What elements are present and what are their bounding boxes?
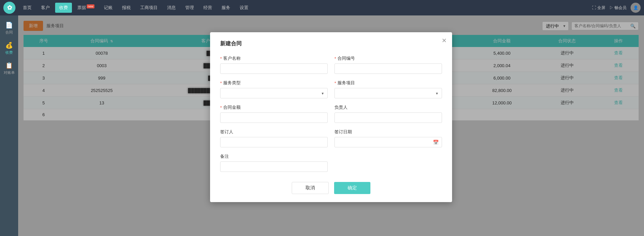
input-notes[interactable] xyxy=(220,161,328,172)
sidebar-item-reconcile[interactable]: 📋 对账单 xyxy=(0,59,18,78)
label-service-item: *服务项目 xyxy=(334,80,442,86)
field-contract-no: *合同编号 xyxy=(334,55,442,74)
top-navigation: ✿ 首页 客户 收费 票据new 记账 报税 工商项目 消息 管理 经营 服务 … xyxy=(0,0,644,15)
select-service-type[interactable] xyxy=(220,88,328,98)
label-contract-amount: *合同金额 xyxy=(220,104,328,110)
input-owner[interactable] xyxy=(334,112,442,123)
form-row-5: 备注 xyxy=(220,153,442,172)
label-signer: 签订人 xyxy=(220,129,328,135)
dialog-close-button[interactable]: ✕ xyxy=(442,37,447,44)
field-service-type: *服务类型 xyxy=(220,80,328,98)
field-notes: 备注 xyxy=(220,153,328,172)
sidebar-item-charge[interactable]: 💰 收费 xyxy=(0,39,18,58)
user-avatar[interactable]: 👤 xyxy=(631,3,641,13)
sidebar-item-contract[interactable]: 📄 合同 xyxy=(0,19,18,38)
label-customer-name: *客户名称 xyxy=(220,55,328,61)
nav-tax[interactable]: 报税 xyxy=(118,3,135,13)
reconcile-icon: 📋 xyxy=(5,62,13,69)
dialog-overlay: 新建合同 ✕ *客户名称 *合同编号 xyxy=(18,15,644,236)
label-notes: 备注 xyxy=(220,153,328,159)
confirm-button[interactable]: 确定 xyxy=(334,182,370,194)
contract-icon: 📄 xyxy=(5,21,13,29)
cancel-button[interactable]: 取消 xyxy=(292,182,329,194)
charge-icon: 💰 xyxy=(5,42,13,49)
nav-manage[interactable]: 管理 xyxy=(181,3,198,13)
main-layout: 📄 合同 💰 收费 📋 对账单 新增 服务项目 进行中 全部 已完成 xyxy=(0,15,644,236)
service-item-select-wrapper xyxy=(334,88,442,98)
input-signer[interactable] xyxy=(220,137,328,147)
field-sign-date: 签订日期 2023-06-06 📅 xyxy=(334,129,442,147)
nav-bookkeeping[interactable]: 记账 xyxy=(100,3,117,13)
select-service-item[interactable] xyxy=(334,88,442,98)
calendar-icon[interactable]: 📅 xyxy=(433,140,439,145)
nav-settings[interactable]: 设置 xyxy=(236,3,252,13)
member-button[interactable]: ▷ 畅会员 xyxy=(609,5,627,11)
dialog-title: 新建合同 xyxy=(220,40,442,47)
service-type-select-wrapper xyxy=(220,88,328,98)
label-owner: 负责人 xyxy=(334,104,442,110)
label-contract-no: *合同编号 xyxy=(334,55,442,61)
form-row-3: *合同金额 0.00 负责人 xyxy=(220,104,442,123)
nav-home[interactable]: 首页 xyxy=(19,3,36,13)
label-service-type: *服务类型 xyxy=(220,80,328,86)
form-row-2: *服务类型 *服务项目 xyxy=(220,80,442,98)
field-contract-amount: *合同金额 0.00 xyxy=(220,104,328,123)
form-row-4: 签订人 签订日期 2023-06-06 📅 xyxy=(220,129,442,147)
nav-business[interactable]: 工商项目 xyxy=(136,3,162,13)
dialog-footer: 取消 确定 xyxy=(220,182,442,194)
field-signer: 签订人 xyxy=(220,129,328,147)
nav-service[interactable]: 服务 xyxy=(217,3,234,13)
nav-customer[interactable]: 客户 xyxy=(37,3,54,13)
left-sidebar: 📄 合同 💰 收费 📋 对账单 xyxy=(0,15,18,236)
main-content: 新增 服务项目 进行中 全部 已完成 已终止 🔍 xyxy=(18,15,644,236)
nav-charge[interactable]: 收费 xyxy=(55,3,72,13)
nav-ticket[interactable]: 票据new xyxy=(73,3,98,13)
sidebar-label-reconcile: 对账单 xyxy=(4,70,15,75)
sidebar-label-contract: 合同 xyxy=(5,30,13,35)
sign-date-wrapper: 2023-06-06 📅 xyxy=(334,137,442,147)
input-customer-name[interactable] xyxy=(220,63,328,74)
label-sign-date: 签订日期 xyxy=(334,129,442,135)
top-nav-right: ⛶ 全屏 ▷ 畅会员 👤 xyxy=(592,3,641,13)
field-customer-name: *客户名称 xyxy=(220,55,328,74)
input-sign-date[interactable]: 2023-06-06 xyxy=(334,137,442,147)
nav-menu: 首页 客户 收费 票据new 记账 报税 工商项目 消息 管理 经营 服务 设置 xyxy=(19,3,592,13)
fullscreen-button[interactable]: ⛶ 全屏 xyxy=(592,5,605,11)
sidebar-label-charge: 收费 xyxy=(5,50,13,55)
app-logo: ✿ xyxy=(3,2,15,14)
nav-message[interactable]: 消息 xyxy=(163,3,180,13)
field-service-item: *服务项目 xyxy=(334,80,442,98)
input-contract-amount[interactable]: 0.00 xyxy=(220,112,328,123)
input-contract-no[interactable] xyxy=(334,63,442,74)
nav-operation[interactable]: 经营 xyxy=(199,3,216,13)
new-contract-dialog: 新建合同 ✕ *客户名称 *合同编号 xyxy=(210,32,452,202)
field-owner: 负责人 xyxy=(334,104,442,123)
form-row-1: *客户名称 *合同编号 xyxy=(220,55,442,74)
